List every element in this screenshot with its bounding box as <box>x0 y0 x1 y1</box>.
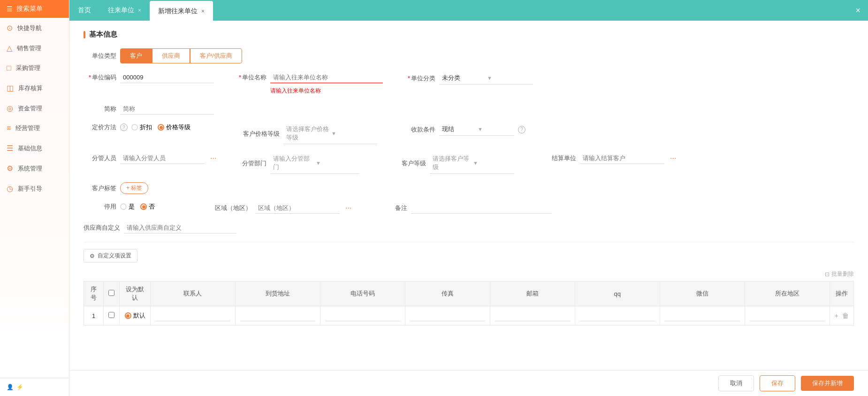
delete-row-btn[interactable]: 🗑 <box>842 312 849 319</box>
type-btn-customer[interactable]: 客户 <box>120 48 152 63</box>
table-header: 序号 设为默认 联系人 到货地址 电话号码 传真 邮箱 qq 微信 所在地区 操… <box>84 281 854 306</box>
unit-category-label: 单位分类 <box>403 74 435 83</box>
billing-unit-input[interactable] <box>580 153 664 164</box>
row-phone <box>320 306 405 326</box>
guide-icon: ◷ <box>7 184 13 193</box>
save-add-button[interactable]: 保存并新增 <box>801 376 854 391</box>
add-row-btn[interactable]: + <box>835 312 838 319</box>
table-region-input[interactable] <box>750 310 825 321</box>
disabled-yes-circle <box>120 203 127 210</box>
payment-select[interactable]: 现结 ▼ <box>439 123 514 136</box>
unit-category-group: 单位分类 未分类 ▼ <box>403 72 553 85</box>
payment-help-icon[interactable]: ? <box>518 126 525 133</box>
sidebar-item-quick-nav[interactable]: ⊙ 快捷导航 <box>0 18 69 38</box>
contact-table-section: ⊡ 批量删除 序号 设为默认 联系人 到货地址 电话号码 传真 邮箱 qq <box>84 267 854 326</box>
qq-input[interactable] <box>580 310 655 321</box>
pricing-radio-group: 折扣 价格等级 <box>131 123 190 132</box>
address-input[interactable] <box>240 310 315 321</box>
tab-home[interactable]: 首页 <box>69 0 99 21</box>
select-all-checkbox[interactable] <box>108 290 114 296</box>
short-name-input[interactable] <box>120 103 214 115</box>
tab-trading-units-close[interactable]: × <box>138 7 141 14</box>
cancel-button[interactable]: 取消 <box>718 375 754 391</box>
payment-chevron: ▼ <box>478 126 511 132</box>
billing-unit-group: 结算单位 ··· <box>543 153 854 164</box>
row-region <box>745 306 830 326</box>
tab-new-trading-unit-close[interactable]: × <box>201 8 205 15</box>
custom-settings-button[interactable]: ⚙ 自定义项设置 <box>84 249 137 263</box>
th-contact: 联系人 <box>150 281 235 306</box>
pricing-grade-radio[interactable]: 价格等级 <box>158 123 190 132</box>
customer-price-select[interactable]: 请选择客户价格等级 ▼ <box>283 123 377 144</box>
disabled-no-radio[interactable]: 否 <box>140 202 155 211</box>
region-input[interactable] <box>255 202 340 214</box>
unit-name-input[interactable] <box>270 72 383 83</box>
type-btn-supplier[interactable]: 供应商 <box>152 48 190 63</box>
customer-level-placeholder: 请选择客户等级 <box>433 155 471 171</box>
billing-unit-label: 结算单位 <box>543 154 576 163</box>
sidebar-item-sales[interactable]: △ 销售管理 <box>0 38 69 58</box>
sidebar-item-label: 销售管理 <box>17 44 41 53</box>
department-group: 分管部门 请输入分管部门 ▼ <box>234 153 393 174</box>
disabled-yes-radio[interactable]: 是 <box>120 202 135 211</box>
form-content: 基本信息 单位类型 客户 供应商 客户/供应商 单位编码 单位名称 <box>69 21 868 370</box>
finance-icon: ◎ <box>7 104 13 113</box>
sidebar-item-operations[interactable]: ≡ 经营管理 <box>0 118 69 138</box>
row-action: + 🗑 <box>830 306 853 326</box>
unit-name-label: 单位名称 <box>234 73 266 82</box>
customer-price-placeholder: 请选择客户价格等级 <box>286 125 329 142</box>
tab-bar-close[interactable]: × <box>855 6 868 16</box>
th-region: 所在地区 <box>745 281 830 306</box>
user-icon: 👤 <box>7 384 14 390</box>
sidebar-item-finance[interactable]: ◎ 资金管理 <box>0 98 69 118</box>
th-email: 邮箱 <box>490 281 575 306</box>
manager-more-btn[interactable]: ··· <box>208 154 218 163</box>
region-more-btn[interactable]: ··· <box>343 204 353 212</box>
tab-trading-units[interactable]: 往来单位 × <box>99 0 150 21</box>
sidebar-item-inventory[interactable]: ◫ 库存核算 <box>0 78 69 98</box>
system-icon: ⚙ <box>7 164 13 173</box>
fax-input[interactable] <box>410 310 485 321</box>
unit-code-input[interactable] <box>120 72 214 83</box>
gear-icon: ⚙ <box>90 253 95 259</box>
save-button[interactable]: 保存 <box>760 375 795 391</box>
pricing-help-icon[interactable]: ? <box>120 124 128 131</box>
th-checkbox <box>104 281 120 306</box>
short-name-group: 简称 <box>84 103 234 115</box>
row-fax <box>405 306 490 326</box>
department-select[interactable]: 请输入分管部门 ▼ <box>270 153 359 174</box>
billing-more-btn[interactable]: ··· <box>668 154 678 163</box>
sidebar-search[interactable]: ☰ 搜索菜单 <box>0 0 69 18</box>
phone-input[interactable] <box>325 310 400 321</box>
batch-delete-button[interactable]: ⊡ 批量删除 <box>825 270 854 278</box>
contact-input[interactable] <box>155 310 230 321</box>
email-input[interactable] <box>495 310 570 321</box>
th-address: 到货地址 <box>235 281 320 306</box>
type-btn-both[interactable]: 客户/供应商 <box>190 48 242 63</box>
row-default-radio[interactable]: 默认 <box>124 311 145 320</box>
sidebar-item-guide[interactable]: ◷ 新手引导 <box>0 179 69 199</box>
manager-group: 分管人员 ··· <box>84 153 234 164</box>
customer-level-chevron: ▼ <box>473 160 511 166</box>
row-checkbox-input[interactable] <box>108 312 114 318</box>
sidebar-item-basic-info[interactable]: ☰ 基础信息 <box>0 138 69 158</box>
wechat-input[interactable] <box>665 310 740 321</box>
manager-input[interactable] <box>120 153 205 164</box>
customer-level-select[interactable]: 请选择客户等级 ▼ <box>430 153 514 174</box>
form-divider <box>84 242 854 242</box>
row-default-label: 默认 <box>133 311 145 320</box>
sidebar-item-system[interactable]: ⚙ 系统管理 <box>0 158 69 179</box>
unit-category-select[interactable]: 未分类 ▼ <box>439 72 533 85</box>
main-area: 首页 往来单位 × 新增往来单位 × × 基本信息 单位类型 客户 供应商 客户… <box>69 0 868 396</box>
supplier-custom-input[interactable] <box>124 222 236 233</box>
tab-new-trading-unit[interactable]: 新增往来单位 × <box>150 1 213 22</box>
version-icon: ⚡ <box>16 384 23 390</box>
pricing-discount-radio[interactable]: 折扣 <box>131 123 152 132</box>
remark-input[interactable] <box>411 202 552 214</box>
remark-label: 备注 <box>374 204 407 212</box>
unit-category-value: 未分类 <box>442 74 485 82</box>
add-tag-button[interactable]: + 标签 <box>120 182 148 194</box>
row-qq <box>575 306 660 326</box>
sidebar-item-purchase[interactable]: □ 采购管理 <box>0 58 69 78</box>
sidebar-item-label: 采购管理 <box>16 64 40 72</box>
